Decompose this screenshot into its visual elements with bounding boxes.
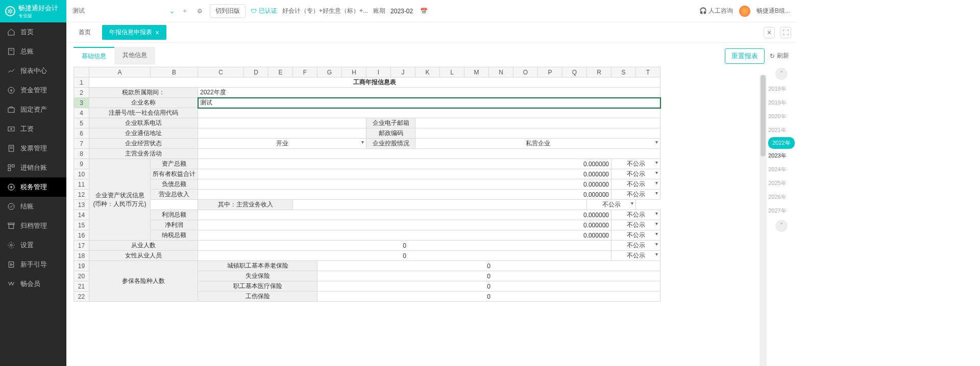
sidebar-item-9[interactable]: 结账 bbox=[0, 197, 66, 216]
year-up-button[interactable]: ˄ bbox=[775, 68, 788, 80]
cell[interactable]: 2022年度 bbox=[198, 88, 660, 98]
row-header-1[interactable]: 1 bbox=[74, 77, 89, 88]
cell[interactable]: 0.000000 bbox=[198, 159, 611, 169]
cell[interactable] bbox=[198, 108, 660, 118]
sidebar-item-8[interactable]: 税务管理 bbox=[0, 177, 66, 197]
col-header-G[interactable]: G bbox=[317, 67, 342, 77]
cell[interactable]: 0 bbox=[198, 241, 611, 251]
row-header-16[interactable]: 16 bbox=[74, 230, 89, 241]
spreadsheet[interactable]: ABCDEFGHIJKLMNOPQRST1工商年报信息表2税款所属期间：2022… bbox=[66, 65, 767, 366]
cell[interactable] bbox=[198, 128, 366, 139]
cell[interactable]: 0.000000 bbox=[198, 220, 611, 230]
col-header-Q[interactable]: Q bbox=[562, 67, 587, 77]
row-header-2[interactable]: 2 bbox=[74, 88, 89, 98]
year-2018年[interactable]: 2018年 bbox=[768, 82, 794, 96]
fullscreen-button[interactable]: ⛶ bbox=[780, 27, 791, 38]
period-selector[interactable]: 2023-02 bbox=[390, 8, 413, 15]
cell[interactable]: 0.000000 bbox=[198, 190, 611, 200]
dropdown-cell[interactable]: 不公示 bbox=[611, 169, 660, 179]
col-header-L[interactable]: L bbox=[440, 67, 464, 77]
reset-report-button[interactable]: 重置报表 bbox=[725, 48, 765, 64]
vertical-scrollbar[interactable] bbox=[760, 75, 767, 366]
cell[interactable]: 0.000000 bbox=[198, 210, 611, 220]
user-name[interactable]: 畅捷通B组... bbox=[756, 7, 790, 15]
row-header-8[interactable]: 8 bbox=[74, 149, 89, 159]
row-header-5[interactable]: 5 bbox=[74, 118, 89, 128]
col-header-T[interactable]: T bbox=[636, 67, 660, 77]
dropdown-cell[interactable]: 不公示 bbox=[587, 200, 636, 210]
row-header-4[interactable]: 4 bbox=[74, 108, 89, 118]
page-tab-1[interactable]: 年报信息申报表× bbox=[102, 25, 166, 40]
cell[interactable] bbox=[151, 200, 198, 210]
year-down-button[interactable]: ˅ bbox=[775, 220, 788, 232]
row-header-9[interactable]: 9 bbox=[74, 159, 89, 169]
dropdown-cell[interactable]: 不公示 bbox=[611, 251, 660, 261]
col-header-R[interactable]: R bbox=[587, 67, 611, 77]
year-2027年[interactable]: 2027年 bbox=[768, 204, 794, 218]
row-header-6[interactable]: 6 bbox=[74, 128, 89, 139]
cell[interactable] bbox=[293, 200, 587, 210]
year-2020年[interactable]: 2020年 bbox=[768, 110, 794, 123]
cell[interactable]: 0 bbox=[198, 251, 611, 261]
switch-old-button[interactable]: 切到旧版 bbox=[210, 4, 246, 18]
year-2026年[interactable]: 2026年 bbox=[768, 190, 794, 204]
col-header-B[interactable]: B bbox=[151, 67, 198, 77]
sidebar-item-4[interactable]: 固定资产 bbox=[0, 100, 66, 119]
cell[interactable]: 0 bbox=[317, 271, 660, 281]
cell[interactable]: 0.000000 bbox=[198, 179, 611, 190]
row-header-21[interactable]: 21 bbox=[74, 281, 89, 292]
row-header-22[interactable]: 22 bbox=[74, 292, 89, 302]
col-header-K[interactable]: K bbox=[415, 67, 440, 77]
avatar[interactable] bbox=[739, 6, 750, 17]
year-2024年[interactable]: 2024年 bbox=[768, 163, 794, 176]
add-icon[interactable]: ＋ bbox=[180, 5, 190, 17]
cell[interactable] bbox=[198, 149, 660, 159]
row-header-19[interactable]: 19 bbox=[74, 261, 89, 271]
col-header-A[interactable]: A bbox=[89, 67, 151, 77]
year-2021年[interactable]: 2021年 bbox=[768, 123, 794, 137]
col-header-I[interactable]: I bbox=[366, 67, 391, 77]
row-header-12[interactable]: 12 bbox=[74, 190, 89, 200]
row-header-3[interactable]: 3 bbox=[74, 98, 89, 108]
row-header-17[interactable]: 17 bbox=[74, 241, 89, 251]
row-header-14[interactable]: 14 bbox=[74, 210, 89, 220]
sidebar-item-0[interactable]: 首页 bbox=[0, 22, 66, 42]
row-header-11[interactable]: 11 bbox=[74, 179, 89, 190]
col-header-M[interactable]: M bbox=[464, 67, 489, 77]
cell[interactable] bbox=[198, 118, 366, 128]
year-2025年[interactable]: 2025年 bbox=[768, 176, 794, 190]
company-selector[interactable]: 测试 ⌄ bbox=[72, 7, 175, 15]
year-2019年[interactable]: 2019年 bbox=[768, 96, 794, 110]
sidebar-item-5[interactable]: 工资 bbox=[0, 119, 66, 139]
col-header-E[interactable]: E bbox=[268, 67, 293, 77]
col-header-O[interactable]: O bbox=[513, 67, 538, 77]
dropdown-cell[interactable]: 不公示 bbox=[611, 159, 660, 169]
col-header-F[interactable]: F bbox=[293, 67, 317, 77]
sidebar-item-7[interactable]: 进销台账 bbox=[0, 158, 66, 177]
sidebar-item-11[interactable]: 设置 bbox=[0, 236, 66, 255]
tab-close-icon[interactable]: × bbox=[155, 29, 159, 37]
calendar-icon[interactable]: 📅 bbox=[418, 6, 430, 17]
refresh-button[interactable]: ↻ 刷新 bbox=[770, 51, 789, 60]
cell[interactable] bbox=[415, 118, 660, 128]
dropdown-cell[interactable]: 不公示 bbox=[611, 179, 660, 190]
col-header-S[interactable]: S bbox=[611, 67, 636, 77]
col-header-J[interactable]: J bbox=[391, 67, 415, 77]
sidebar-item-2[interactable]: 报表中心 bbox=[0, 61, 66, 81]
cell[interactable] bbox=[415, 128, 660, 139]
cell[interactable]: 0 bbox=[317, 281, 660, 292]
settings-icon[interactable]: ⚙ bbox=[195, 6, 205, 17]
col-header-P[interactable]: P bbox=[538, 67, 562, 77]
close-tab-button[interactable]: ✕ bbox=[764, 27, 775, 38]
dropdown-cell[interactable]: 不公示 bbox=[611, 220, 660, 230]
cell[interactable]: 0.000000 bbox=[198, 169, 611, 179]
company-name-cell[interactable]: 测试 bbox=[198, 98, 660, 108]
cell[interactable]: 0 bbox=[317, 261, 660, 271]
sub-tab-0[interactable]: 基础信息 bbox=[74, 47, 114, 65]
cell[interactable]: 0.000000 bbox=[198, 230, 611, 241]
cell[interactable]: 0 bbox=[317, 292, 660, 302]
page-tab-0[interactable]: 首页 bbox=[71, 25, 98, 40]
sidebar-item-6[interactable]: 发票管理 bbox=[0, 139, 66, 158]
row-header-15[interactable]: 15 bbox=[74, 220, 89, 230]
col-header-C[interactable]: C bbox=[198, 67, 244, 77]
